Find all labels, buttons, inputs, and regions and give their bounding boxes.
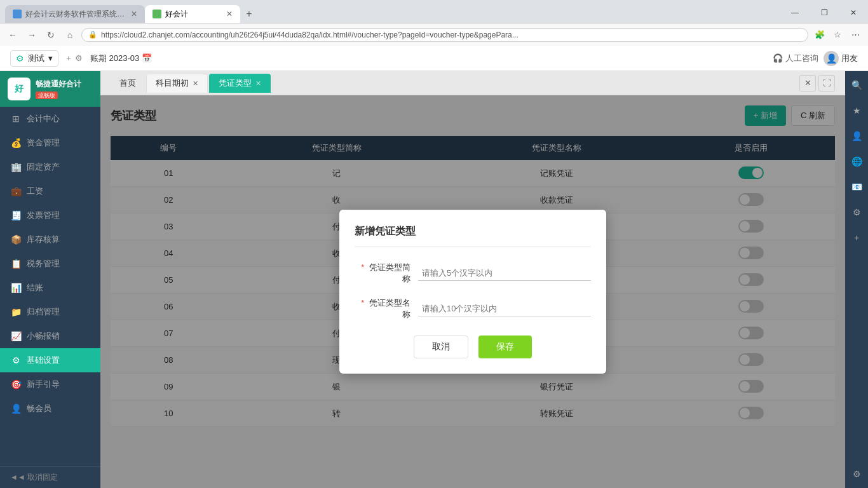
tab-label-1: 好会计云财务软件管理系统_会计 xyxy=(25,9,127,20)
subject-tab-close[interactable]: ✕ xyxy=(193,79,198,88)
sidebar-item-inventory[interactable]: 📦 库存核算 xyxy=(0,227,100,252)
tab-favicon-2 xyxy=(153,10,161,18)
browser-actions: 🧩 ☆ ⋯ xyxy=(812,27,863,43)
period-value: 2023-03 xyxy=(109,53,140,63)
sidebar-item-fixed[interactable]: 🏢 固定资产 xyxy=(0,155,100,179)
funds-icon: 💰 xyxy=(10,137,22,149)
right-globe-icon[interactable]: 🌐 xyxy=(848,152,865,170)
sidebar-item-archive[interactable]: 📁 归档管理 xyxy=(0,300,100,324)
settings-button[interactable]: ⋯ xyxy=(848,27,863,43)
sidebar-logo[interactable]: 好 畅捷通好合计 流畅版 xyxy=(0,71,100,107)
consult-label: 人工咨询 xyxy=(785,53,818,64)
user-icon: 👤 xyxy=(826,53,837,64)
sidebar-label-settings: 基础设置 xyxy=(27,355,60,366)
form-row-short: * 凭证类型简称 xyxy=(355,262,591,285)
avatar: 👤 xyxy=(824,51,839,66)
settings-icon: ⚙ xyxy=(10,355,22,366)
add-workspace-btn[interactable]: + ⚙ xyxy=(66,53,83,63)
tab-subject[interactable]: 科目期初 ✕ xyxy=(146,74,208,93)
voucher-tab-label: 凭证类型 xyxy=(219,78,252,89)
period-info: 账期 2023-03 📅 xyxy=(90,53,153,64)
settings-gear-icon: ⚙ xyxy=(75,53,83,63)
tab-expand-button[interactable]: ⛶ xyxy=(818,75,835,92)
content-area: 凭证类型 + 新增 C 刷新 编号 凭证类型简称 凭证类型名称 是否启用 xyxy=(100,95,845,488)
app-wrapper: 好 畅捷通好合计 流畅版 ⊞ 会计中心 💰 资金管理 🏢 固定资产 💼 工资 xyxy=(0,71,868,488)
refresh-button[interactable]: ↻ xyxy=(43,27,58,43)
right-add-icon[interactable]: + xyxy=(848,229,865,247)
dashboard-icon: ⊞ xyxy=(10,113,22,125)
save-button[interactable]: 保存 xyxy=(478,336,532,358)
url-input[interactable]: 🔒 https://cloud2.chanjet.com/accounting/… xyxy=(81,28,808,42)
required-star-name: * xyxy=(361,298,364,308)
sidebar-item-member[interactable]: 👤 畅会员 xyxy=(0,396,100,421)
forward-button[interactable]: → xyxy=(24,27,39,43)
home-button[interactable]: ⌂ xyxy=(62,27,78,43)
tab-voucher-type[interactable]: 凭证类型 ✕ xyxy=(209,74,271,93)
app-top-bar: ⚙ 测试 ▾ + ⚙ 账期 2023-03 📅 🎧 人工咨询 👤 用友 xyxy=(0,46,868,71)
tab-close-1[interactable]: ✕ xyxy=(131,10,137,18)
tab-close-2[interactable]: ✕ xyxy=(226,10,233,18)
voucher-short-input[interactable] xyxy=(418,266,591,281)
pin-icon: ◄◄ xyxy=(10,473,27,482)
inventory-icon: 📦 xyxy=(10,234,22,245)
right-star-icon[interactable]: ★ xyxy=(848,102,865,119)
bookmark-button[interactable]: ☆ xyxy=(830,27,845,43)
sidebar-item-salary[interactable]: 💼 工资 xyxy=(0,179,100,203)
sidebar-item-settings[interactable]: ⚙ 基础设置 xyxy=(0,348,100,372)
sidebar-item-funds[interactable]: 💰 资金管理 xyxy=(0,131,100,155)
sidebar-item-tax[interactable]: 📋 税务管理 xyxy=(0,252,100,276)
page-tabs: 首页 科目期初 ✕ 凭证类型 ✕ ✕ ⛶ xyxy=(100,71,845,95)
cancel-pin-button[interactable]: ◄◄ 取消固定 xyxy=(0,466,100,488)
right-panel: 🔍 ★ 👤 🌐 📧 ⚙ + ⚙ xyxy=(845,71,868,488)
voucher-name-input[interactable] xyxy=(418,301,591,316)
sidebar-item-invoice[interactable]: 🧾 发票管理 xyxy=(0,203,100,227)
extensions-button[interactable]: 🧩 xyxy=(812,27,827,43)
calendar-icon: 📅 xyxy=(142,53,152,63)
cancel-pin-label: 取消固定 xyxy=(27,473,58,482)
sidebar-label-dashboard: 会计中心 xyxy=(27,113,60,125)
tab-1[interactable]: 好会计云财务软件管理系统_会计 ✕ xyxy=(5,5,145,23)
sidebar-item-guide[interactable]: 🎯 新手引导 xyxy=(0,372,100,396)
url-text: https://cloud2.chanjet.com/accounting/uh… xyxy=(101,30,519,39)
required-star-short: * xyxy=(361,262,364,272)
tab-minimize-button[interactable]: ✕ xyxy=(799,75,816,92)
consult-button[interactable]: 🎧 人工咨询 xyxy=(773,53,818,64)
modal-footer: 取消 保存 xyxy=(355,336,591,358)
workspace-selector[interactable]: ⚙ 测试 ▾ xyxy=(10,50,58,67)
modal-overlay: 新增凭证类型 * 凭证类型简称 * 凭证类型名称 xyxy=(100,95,845,488)
right-mail-icon[interactable]: 📧 xyxy=(848,178,865,196)
invoice-icon: 🧾 xyxy=(10,210,22,221)
archive-icon: 📁 xyxy=(10,306,22,318)
right-search-icon[interactable]: 🔍 xyxy=(848,76,865,94)
sidebar-label-archive: 归档管理 xyxy=(27,306,60,318)
logo-badge: 流畅版 xyxy=(36,90,81,100)
sidebar-item-report[interactable]: 📈 小畅报销 xyxy=(0,324,100,348)
minimize-button[interactable]: — xyxy=(780,3,810,23)
tab-controls: ✕ ⛶ xyxy=(799,75,835,92)
tab-2[interactable]: 好会计 ✕ xyxy=(145,5,240,23)
close-button[interactable]: ✕ xyxy=(839,3,868,23)
new-tab-button[interactable]: + xyxy=(240,5,258,23)
sidebar-item-dashboard[interactable]: ⊞ 会计中心 xyxy=(0,107,100,131)
maximize-button[interactable]: ❐ xyxy=(810,3,839,23)
logo-text-area: 畅捷通好合计 流畅版 xyxy=(36,79,81,100)
tab-bar: 好会计云财务软件管理系统_会计 ✕ 好会计 ✕ + — ❐ ✕ xyxy=(0,0,868,23)
right-settings-icon[interactable]: ⚙ xyxy=(848,203,865,221)
settlement-icon: 📊 xyxy=(10,282,22,294)
voucher-tab-close[interactable]: ✕ xyxy=(255,79,261,88)
tab-home[interactable]: 首页 xyxy=(111,74,145,93)
logo-symbol: 好 xyxy=(15,83,24,95)
sidebar-item-settlement[interactable]: 📊 结账 xyxy=(0,276,100,300)
back-button[interactable]: ← xyxy=(5,27,20,43)
cancel-button[interactable]: 取消 xyxy=(414,336,468,358)
browser-chrome: 好会计云财务软件管理系统_会计 ✕ 好会计 ✕ + — ❐ ✕ ← → ↻ ⌂ … xyxy=(0,0,868,46)
sidebar-label-report: 小畅报销 xyxy=(27,330,60,342)
workspace-name: 测试 xyxy=(28,53,44,64)
plus-icon: + xyxy=(66,53,71,63)
add-voucher-type-modal: 新增凭证类型 * 凭证类型简称 * 凭证类型名称 xyxy=(339,210,606,374)
right-config-icon[interactable]: ⚙ xyxy=(848,465,865,483)
user-button[interactable]: 👤 用友 xyxy=(824,51,858,66)
sidebar-label-inventory: 库存核算 xyxy=(27,234,60,245)
modal-title: 新增凭证类型 xyxy=(355,225,591,247)
right-user-icon[interactable]: 👤 xyxy=(848,127,865,145)
